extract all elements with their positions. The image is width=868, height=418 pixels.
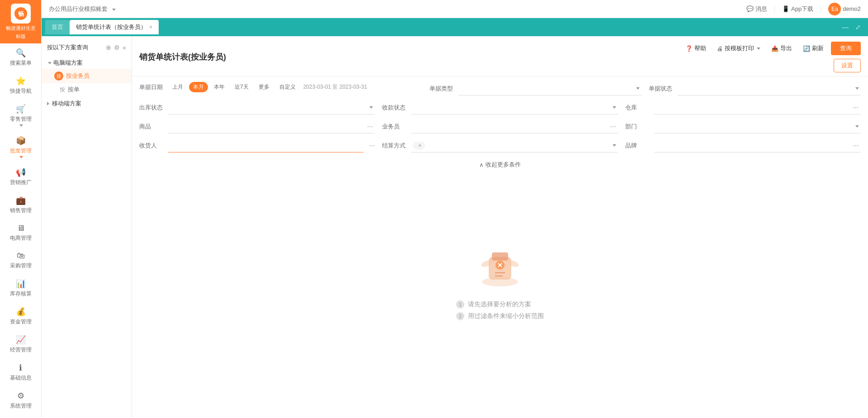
warehouse-input[interactable]: ··· xyxy=(654,101,861,114)
department-select[interactable] xyxy=(654,120,861,133)
date-selector: 上月 本月 本年 近7天 更多 自定义 2023-03-01 至 2023-03… xyxy=(168,82,422,92)
order-status-select[interactable] xyxy=(678,82,861,95)
payment-method-chevron xyxy=(613,144,616,147)
sidebar-item-search-menu[interactable]: 🔍 搜索菜单 xyxy=(0,43,41,71)
brand-input[interactable]: ··· xyxy=(654,139,861,152)
sidebar-item-system[interactable]: ⚙ 系统管理 xyxy=(0,386,41,414)
date-btn-this-year[interactable]: 本年 xyxy=(210,82,229,92)
filter-row-3: 商品 ··· 业务员 ··· 部门 xyxy=(139,120,861,133)
sidebar-item-label: 零售管理 xyxy=(10,115,32,123)
goods-label: 商品 xyxy=(139,123,165,131)
goods-dots-icon[interactable]: ··· xyxy=(367,123,373,131)
date-btn-more[interactable]: 更多 xyxy=(255,82,274,92)
sidebar-item-enterprise[interactable]: 🏢 企业协同 xyxy=(0,414,41,418)
sidebar-item-ecommerce[interactable]: 🖥 电商管理 xyxy=(0,219,41,247)
help-button[interactable]: ❓ 帮助 xyxy=(682,43,710,54)
avatar-text: Ea xyxy=(831,6,838,12)
sidebar-item-label: 库存核算 xyxy=(10,290,32,298)
tab-home[interactable]: 首页 xyxy=(45,20,70,34)
scheme-item-by-order[interactable]: 按 按单 xyxy=(42,83,132,96)
tab-sales-stat[interactable]: 销货单统计表（按业务员） × xyxy=(70,20,159,34)
sidebar-item-retail[interactable]: 🛒 零售管理 xyxy=(0,100,41,131)
app-download-button[interactable]: 📱 App下载 xyxy=(782,5,813,13)
svg-text:畅: 畅 xyxy=(18,10,24,17)
settings-button[interactable]: 设置 xyxy=(834,59,861,72)
export-label: 导出 xyxy=(780,44,792,52)
date-field: 单据日期 上月 本月 本年 近7天 更多 自定义 2023-03-01 至 20… xyxy=(139,82,422,92)
help-icon: ❓ xyxy=(685,45,693,52)
sidebar-item-operations[interactable]: 📈 经营管理 xyxy=(0,330,41,358)
user-area[interactable]: Ea demo2 xyxy=(828,3,861,15)
ecommerce-icon: 🖥 xyxy=(17,223,25,233)
company-name: 办公用品行业模拟账套 xyxy=(49,5,108,13)
sidebar-item-finance[interactable]: 💰 资金管理 xyxy=(0,302,41,330)
out-status-field: 出库状态 xyxy=(139,101,375,114)
desktop-scheme-group: 电脑端方案 按 按业务员 按 按单 xyxy=(42,57,132,96)
payment-method-select[interactable]: × xyxy=(411,139,618,152)
consignee-dots-icon[interactable]: ··· xyxy=(369,142,375,150)
sidebar-item-wholesale[interactable]: 📦 批发管理 xyxy=(0,131,41,163)
hint-num-2: 2 xyxy=(456,312,464,320)
consignee-input[interactable] xyxy=(168,139,363,152)
refresh-icon: 🔄 xyxy=(803,45,810,52)
company-dropdown[interactable] xyxy=(111,5,116,12)
brand-dots-icon[interactable]: ··· xyxy=(853,142,859,150)
sidebar-item-quick-nav[interactable]: ⭐ 快捷导航 xyxy=(0,71,41,100)
mobile-scheme-header[interactable]: 移动端方案 xyxy=(42,98,132,109)
query-button[interactable]: 查询 xyxy=(831,42,861,55)
department-chevron xyxy=(855,125,859,128)
sidebar-item-label: 经营管理 xyxy=(10,346,32,354)
goods-input[interactable]: ··· xyxy=(168,120,375,133)
refresh-label: 刷新 xyxy=(812,44,824,52)
company-dropdown-icon xyxy=(112,9,116,11)
scheme-item-icon-text: 按 xyxy=(57,73,61,80)
order-type-select[interactable] xyxy=(458,82,642,95)
salesperson-dots-icon[interactable]: ··· xyxy=(610,123,616,131)
add-scheme-button[interactable]: ⊕ xyxy=(106,44,111,51)
order-type-label: 单据类型 xyxy=(429,85,455,93)
app-logo[interactable]: 畅 畅捷通好生意 标版 xyxy=(0,0,41,43)
sidebar-item-base-info[interactable]: ℹ 基础信息 xyxy=(0,358,41,386)
date-btn-7days[interactable]: 近7天 xyxy=(231,82,253,92)
sidebar-item-label: 基础信息 xyxy=(10,374,32,382)
sidebar-item-label: 电商管理 xyxy=(10,234,32,242)
print-button[interactable]: 🖨 按模板打印 xyxy=(713,43,764,54)
scheme-item-by-salesperson[interactable]: 按 按业务员 xyxy=(42,69,132,83)
sub-item-label: 按单 xyxy=(68,86,80,94)
tab-sales-stat-label: 销货单统计表（按业务员） xyxy=(76,23,146,31)
desktop-scheme-header[interactable]: 电脑端方案 xyxy=(42,57,132,69)
message-button[interactable]: 💬 消息 xyxy=(746,5,767,13)
hint-text-1: 请先选择要分析的方案 xyxy=(468,300,531,309)
sidebar-item-sales[interactable]: 💼 销售管理 xyxy=(0,191,41,219)
tab-close-icon[interactable]: × xyxy=(149,24,152,30)
date-btn-custom[interactable]: 自定义 xyxy=(275,82,300,92)
empty-hint-1: 1 请先选择要分析的方案 xyxy=(456,300,544,309)
scheme-settings-button[interactable]: ⚙ xyxy=(114,44,120,51)
date-btn-this-month[interactable]: 本月 xyxy=(189,82,208,92)
receipt-status-select[interactable] xyxy=(411,101,618,114)
goods-field: 商品 ··· xyxy=(139,120,375,133)
collapse-panel-button[interactable]: « xyxy=(123,44,126,51)
payment-tag-close[interactable]: × xyxy=(418,142,421,149)
sidebar-item-purchase[interactable]: 🛍 采购管理 xyxy=(0,247,41,274)
sidebar-item-inventory[interactable]: 📊 库存核算 xyxy=(0,274,41,302)
refresh-button[interactable]: 🔄 刷新 xyxy=(799,43,827,54)
filter-row-2: 出库状态 收款状态 仓库 xyxy=(139,101,861,114)
sidebar-item-label: 系统管理 xyxy=(10,402,32,410)
date-btn-last-month[interactable]: 上月 xyxy=(168,82,187,92)
order-type-field: 单据类型 xyxy=(429,82,642,95)
svg-rect-4 xyxy=(492,252,508,261)
collapse-label: 收起更多条件 xyxy=(486,161,521,169)
out-status-select[interactable] xyxy=(168,101,375,114)
window-maximize-button[interactable]: ⤢ xyxy=(854,23,863,32)
window-minimize-button[interactable]: — xyxy=(841,23,850,32)
sidebar-item-marketing[interactable]: 📢 营销推广 xyxy=(0,163,41,191)
collapse-bar[interactable]: ∧ 收起更多条件 xyxy=(139,158,861,171)
topbar: 办公用品行业模拟账套 💬 消息 📱 App下载 Ea demo2 xyxy=(42,0,868,18)
hint-num-1: 1 xyxy=(456,300,464,309)
left-panel: 按以下方案查询 ⊕ ⚙ « 电脑端方案 按 按业务员 xyxy=(42,36,132,418)
export-button[interactable]: 📤 导出 xyxy=(768,43,796,54)
filter-area: 单据日期 上月 本月 本年 近7天 更多 自定义 2023-03-01 至 20… xyxy=(132,76,868,177)
warehouse-dots-icon[interactable]: ··· xyxy=(853,104,859,112)
salesperson-input[interactable]: ··· xyxy=(411,120,618,133)
